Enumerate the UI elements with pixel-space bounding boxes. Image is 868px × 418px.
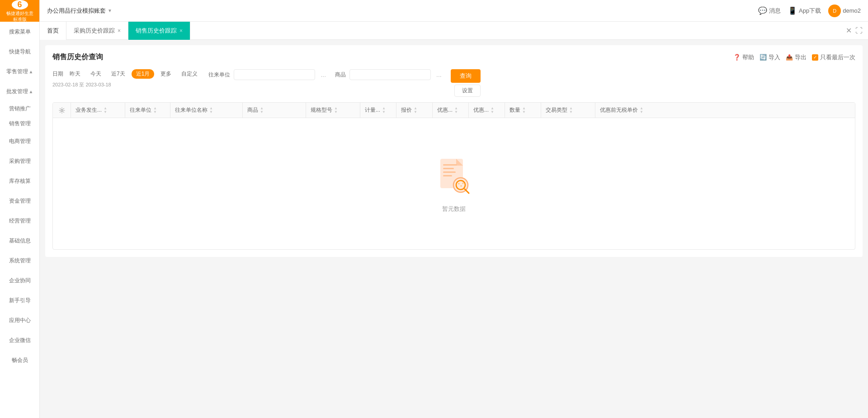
sidebar-item-search[interactable]: 搜索菜单 [0, 22, 39, 42]
sidebar-item-apps[interactable]: 应用中心 [0, 310, 39, 330]
app-logo-text: 畅捷通好生意 [6, 10, 33, 16]
sort-unit[interactable]: ▼ ▼ [382, 106, 386, 114]
th-spec[interactable]: 规格型号 ▼ ▼ [306, 103, 360, 118]
sidebar-guide-label: 新手引导 [9, 297, 31, 304]
import-label: 导入 [769, 53, 780, 62]
export-button[interactable]: 📤 导出 [786, 53, 807, 62]
th-discount1-label: 优惠... [437, 106, 453, 114]
message-button[interactable]: 💬 消息 [758, 6, 781, 15]
sort-discount2[interactable]: ▼ ▼ [491, 106, 494, 114]
only-last-checkbox[interactable]: ✓ 只看最后一次 [812, 53, 855, 62]
tab-home-label: 首页 [47, 27, 59, 35]
settings-gear-icon [59, 107, 65, 114]
settings-button[interactable]: 设置 [454, 85, 481, 97]
sort-partner-name[interactable]: ▼ ▼ [209, 106, 213, 114]
sort-partner[interactable]: ▼ ▼ [153, 106, 157, 114]
app-download-button[interactable]: 📱 App下载 [788, 6, 821, 15]
sort-trade[interactable]: ▼ ▼ [569, 106, 573, 114]
th-partner-name[interactable]: 往来单位名称 ▼ ▼ [170, 103, 243, 118]
sort-trade-down: ▼ [569, 110, 573, 114]
th-unit[interactable]: 计量... ▼ ▼ [360, 103, 396, 118]
sidebar-item-operation[interactable]: 经营管理 [0, 211, 39, 231]
sidebar-operation-label: 经营管理 [9, 217, 31, 225]
th-pretax-price[interactable]: 优惠前无税单价 ▼ ▼ [595, 103, 855, 118]
sort-qty-up: ▼ [522, 106, 526, 110]
tab-purchase-close[interactable]: × [118, 28, 121, 34]
sort-discount1[interactable]: ▼ ▼ [454, 106, 458, 114]
date-btn-custom[interactable]: 自定义 [178, 69, 201, 79]
sidebar-item-member[interactable]: 畅会员 [0, 350, 39, 370]
th-price[interactable]: 报价 ▼ ▼ [396, 103, 433, 118]
sidebar-item-quicknav[interactable]: 快捷导航 [0, 42, 39, 62]
date-filter-label: 日期 [52, 70, 63, 78]
th-qty[interactable]: 数量 ▼ ▼ [505, 103, 541, 118]
date-btn-today[interactable]: 今天 [87, 69, 105, 79]
tab-close-all-button[interactable]: ✕ [846, 26, 852, 35]
sort-goods-up: ▼ [260, 106, 264, 110]
sidebar-item-sales-mgmt[interactable]: 销售管理 [0, 116, 39, 131]
tab-purchase[interactable]: 采购历史价跟踪 × [66, 22, 128, 40]
query-btn-group: 查询 设置 [451, 69, 481, 97]
filter-area: 日期 昨天 今天 近7天 近1月 更多 自定义 2023-02-18 至 202… [52, 69, 855, 97]
sidebar-item-inventory[interactable]: 库存核算 [0, 171, 39, 191]
help-label: 帮助 [742, 53, 754, 62]
partner-input[interactable] [234, 69, 315, 80]
sort-price[interactable]: ▼ ▼ [414, 106, 417, 114]
sidebar-item-wechat[interactable]: 企业微信 [0, 330, 39, 350]
tab-sales-close[interactable]: × [179, 28, 183, 34]
date-btn-yesterday[interactable]: 昨天 [66, 69, 84, 79]
user-menu[interactable]: D demo2 [828, 5, 861, 17]
sort-d1-up: ▼ [454, 106, 458, 110]
sidebar-system-label: 系统管理 [9, 257, 31, 265]
sort-biz[interactable]: ▼ ▼ [104, 106, 107, 114]
date-btn-more[interactable]: 更多 [157, 69, 175, 79]
svg-rect-4 [443, 171, 456, 173]
sidebar-item-enterprise[interactable]: 企业协同 [0, 271, 39, 290]
sort-unit-down: ▼ [382, 110, 386, 114]
sidebar-item-finance[interactable]: 资金管理 [0, 191, 39, 211]
sidebar-item-system[interactable]: 系统管理 [0, 251, 39, 271]
sort-pname-down: ▼ [209, 110, 213, 114]
page-title: 销售历史价查询 [52, 52, 103, 62]
th-discount2[interactable]: 优惠... ▼ ▼ [469, 103, 505, 118]
goods-label: 商品 [335, 71, 346, 79]
main-content: 办公用品行业模拟账套 ▼ 💬 消息 📱 App下载 D demo2 首页 采购历… [40, 0, 868, 418]
page-title-bar: 销售历史价查询 ❓ 帮助 🔄 导入 📤 导出 [52, 52, 855, 62]
app-selector[interactable]: 办公用品行业模拟账套 ▼ [47, 7, 112, 15]
sidebar-basic-label: 基础信息 [9, 237, 31, 245]
tab-sales[interactable]: 销售历史价跟踪 × [128, 22, 190, 40]
query-button[interactable]: 查询 [451, 69, 481, 83]
sort-goods[interactable]: ▼ ▼ [260, 106, 264, 114]
sidebar-item-basic[interactable]: 基础信息 [0, 231, 39, 251]
goods-input[interactable] [349, 69, 431, 80]
sidebar-item-ecommerce[interactable]: 电商管理 [0, 131, 39, 151]
th-goods[interactable]: 商品 ▼ ▼ [243, 103, 306, 118]
th-discount1[interactable]: 优惠... ▼ ▼ [433, 103, 469, 118]
svg-rect-3 [443, 168, 454, 169]
help-button[interactable]: ❓ 帮助 [733, 53, 754, 62]
sidebar-purchase-label: 采购管理 [9, 157, 31, 165]
sort-trade-up: ▼ [569, 106, 573, 110]
th-settings[interactable] [53, 103, 71, 118]
sidebar-item-marketing[interactable]: 营销推广 [0, 101, 39, 116]
sidebar-item-guide[interactable]: 新手引导 [0, 290, 39, 310]
date-btn-1month[interactable]: 近1月 [132, 69, 155, 79]
avatar: D [828, 5, 841, 17]
th-trade-type[interactable]: 交易类型 ▼ ▼ [541, 103, 595, 118]
sidebar-item-retail[interactable]: 零售管理 ▲ [0, 62, 39, 81]
sort-down-icon: ▼ [104, 110, 107, 114]
tab-fullscreen-button[interactable]: ⛶ [855, 27, 863, 35]
import-button[interactable]: 🔄 导入 [760, 53, 780, 62]
sidebar-apps-label: 应用中心 [9, 317, 31, 324]
th-biz-date[interactable]: 业务发生... ▼ ▼ [71, 103, 125, 118]
th-partner[interactable]: 往来单位 ▼ ▼ [125, 103, 170, 118]
sort-pretax[interactable]: ▼ ▼ [640, 106, 643, 114]
tab-home[interactable]: 首页 [40, 22, 66, 40]
sidebar-item-purchase[interactable]: 采购管理 [0, 151, 39, 171]
sidebar-salesmgmt-label: 销售管理 [9, 120, 31, 127]
sort-spec[interactable]: ▼ ▼ [334, 106, 338, 114]
sort-qty[interactable]: ▼ ▼ [522, 106, 526, 114]
sort-partner-down: ▼ [153, 110, 157, 114]
sidebar-item-wholesale[interactable]: 批发管理 ▲ [0, 81, 39, 101]
date-btn-7days[interactable]: 近7天 [108, 69, 129, 79]
